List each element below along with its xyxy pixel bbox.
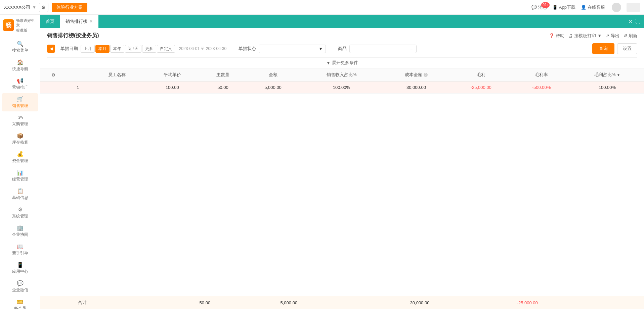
service-icon: 👤 — [581, 5, 586, 10]
footer-table: 合计 50.00 5,000.00 30,000.00 -25,000.00 — [40, 296, 644, 309]
online-service-btn[interactable]: 👤 在线客服 — [581, 4, 605, 10]
message-btn[interactable]: 💬 消息 99+ — [531, 4, 547, 10]
user-avatar[interactable] — [612, 3, 621, 12]
trial-industry-btn[interactable]: 体验行业方案 — [52, 3, 87, 12]
sidebar-label-inventory: 库存核算 — [12, 140, 28, 145]
footer-amount: 5,000.00 — [241, 296, 337, 309]
date-range-text: 2023-06-01 至 2023-06-30 — [179, 46, 226, 52]
sidebar-item-search[interactable]: 🔍搜索菜单 — [2, 38, 38, 56]
sidebar-item-member[interactable]: 🎫畅会员 — [2, 296, 38, 309]
sidebar-label-wechat: 企业微信 — [12, 287, 28, 293]
expand-down-icon: ▼ — [326, 60, 331, 65]
sidebar-icon-marketing-promo: 📢 — [17, 78, 24, 84]
tab-close-btn[interactable]: ✕ — [628, 18, 633, 25]
refresh-btn[interactable]: ↺ 刷新 — [624, 33, 637, 39]
filter-area: ◀ 单据日期 上月 本月 本年 近7天 更多 自定义 2023- — [47, 43, 637, 58]
th-avg-price: 平均单价 — [144, 68, 200, 82]
table-header-row: ⚙ 员工名称 平均单价 主数量 全额 销售收入占比% 成本全额 ? 毛利 毛利率… — [40, 68, 644, 82]
date-current-month-btn[interactable]: 本月 — [95, 45, 110, 53]
sidebar-label-marketing-promo: 营销推广 — [12, 85, 28, 90]
sidebar-label-system: 系统管理 — [12, 213, 28, 219]
print-dropdown-icon: ▼ — [597, 33, 602, 38]
print-btn[interactable]: 🖨 按模板打印 ▼ — [568, 33, 602, 39]
sidebar-label-finance: 资金管理 — [12, 158, 28, 164]
sidebar-nav: 🔍搜索菜单🏠快捷导航📢营销推广🛒销售管理🛍采购管理📦库存核算💰资金管理📊经营管理… — [0, 36, 40, 309]
th-settings[interactable]: ⚙ — [40, 68, 67, 82]
help-btn[interactable]: ❓ 帮助 — [549, 33, 564, 39]
date-custom-btn[interactable]: 自定义 — [157, 45, 175, 53]
sidebar-icon-shortcut: 🏠 — [17, 59, 24, 65]
date-current-year-btn[interactable]: 本年 — [110, 45, 124, 53]
footer-sales-pct — [337, 296, 367, 309]
sidebar-item-wechat[interactable]: 💬企业微信 — [2, 277, 38, 296]
sidebar-icon-enterprise: 🏢 — [17, 225, 24, 231]
sidebar-item-purchase[interactable]: 🛍采购管理 — [2, 112, 38, 130]
sidebar-item-app-center[interactable]: 📱应用中心 — [2, 259, 38, 277]
table-footer: 合计 50.00 5,000.00 30,000.00 -25,000.00 — [40, 296, 644, 309]
sidebar-icon-app-center: 📱 — [17, 262, 24, 268]
top-bar-right: 💬 消息 99+ 📱 App下载 👤 在线客服 — [531, 3, 640, 12]
sidebar-icon-search: 🔍 — [17, 41, 24, 47]
sidebar-item-shortcut[interactable]: 🏠快捷导航 — [2, 56, 38, 74]
sidebar-icon-finance: 💰 — [17, 151, 24, 157]
sidebar-icon-basic-info: 📋 — [17, 188, 24, 194]
sidebar-item-operation[interactable]: 📊经营管理 — [2, 167, 38, 185]
message-icon: 💬 — [531, 5, 537, 10]
query-btn[interactable]: 查询 — [592, 43, 614, 54]
sidebar-logo: 畅 畅康通好生意 标准版 — [0, 15, 40, 36]
goods-select[interactable]: … — [349, 45, 417, 53]
company-selector[interactable]: XXXXXX公司 ▼ — [4, 4, 36, 10]
page-settings-btn[interactable]: 设置 — [617, 43, 637, 54]
table-section: ⚙ 员工名称 平均单价 主数量 全额 销售收入占比% 成本全额 ? 毛利 毛利率… — [40, 68, 644, 309]
sidebar-label-operation: 经营管理 — [12, 176, 28, 182]
sidebar-item-finance[interactable]: 💰资金管理 — [2, 148, 38, 166]
date-7days-btn[interactable]: 近7天 — [125, 45, 141, 53]
sidebar-icon-system: ⚙ — [18, 206, 23, 213]
sidebar-item-inventory[interactable]: 📦库存核算 — [2, 130, 38, 148]
sidebar-item-marketing-promo[interactable]: 📢营销推广 — [2, 75, 38, 93]
expand-row: ▼ 展开更多条件 — [47, 58, 637, 68]
th-qty: 主数量 — [200, 68, 246, 82]
tab-close-icon[interactable]: ✕ — [89, 19, 93, 24]
footer-qty: 50.00 — [169, 296, 241, 309]
goods-more-icon: … — [409, 46, 414, 51]
expand-conditions-btn[interactable]: ▼ 展开更多条件 — [326, 60, 358, 66]
goods-filter-group: 商品 … — [338, 45, 417, 53]
app-download-btn[interactable]: 📱 App下载 — [552, 4, 575, 10]
sidebar-item-basic-info[interactable]: 📋基础信息 — [2, 185, 38, 203]
settings-gear-btn[interactable]: ⚙ — [39, 3, 48, 12]
tab-home[interactable]: 首页 — [40, 15, 60, 28]
tab-home-label: 首页 — [46, 18, 54, 24]
td-amount-0: 5,000.00 — [246, 82, 300, 94]
sidebar-item-guide[interactable]: 📖新手引导 — [2, 241, 38, 259]
status-filter-label: 单据状态 — [239, 46, 256, 52]
sidebar-icon-member: 🎫 — [17, 299, 24, 305]
date-prev-month-btn[interactable]: 上月 — [81, 45, 95, 53]
tab-sales-rank[interactable]: 销售排行榜 ✕ — [60, 15, 98, 28]
td-cost-0: 30,000.00 — [383, 82, 450, 94]
th-sales-pct: 销售收入占比% — [300, 68, 383, 82]
page-title-row: 销售排行榜(按业务员) ❓ 帮助 🖨 按模板打印 ▼ ↗ — [47, 32, 637, 39]
sidebar-icon-inventory: 📦 — [17, 133, 24, 139]
footer-row: 合计 50.00 5,000.00 30,000.00 -25,000.00 — [40, 296, 644, 309]
sidebar-label-enterprise: 企业协同 — [12, 232, 28, 238]
user-name-area — [627, 3, 640, 12]
tab-sales-rank-label: 销售排行榜 — [66, 18, 87, 24]
tab-fullscreen-btn[interactable]: ⛶ — [635, 18, 641, 24]
td-avg-price-0: 100.00 — [144, 82, 200, 94]
td-gross-rate-0: -500.00% — [512, 82, 570, 94]
collapse-filter-btn[interactable]: ◀ — [47, 45, 55, 53]
status-select[interactable]: ▼ — [259, 45, 326, 53]
sidebar: 畅 畅康通好生意 标准版 🔍搜索菜单🏠快捷导航📢营销推广🛒销售管理🛍采购管理📦库… — [0, 15, 40, 309]
page-title: 销售排行榜(按业务员) — [47, 32, 99, 39]
help-icon: ❓ — [549, 33, 554, 38]
expand-label: 展开更多条件 — [332, 60, 358, 66]
td-name-0 — [89, 82, 145, 94]
sidebar-item-enterprise[interactable]: 🏢企业协同 — [2, 222, 38, 240]
footer-total-label: 合计 — [74, 296, 138, 309]
export-btn[interactable]: ↗ 导出 — [606, 33, 619, 39]
date-more-btn[interactable]: 更多 — [142, 45, 156, 53]
sidebar-icon-purchase: 🛍 — [17, 114, 23, 120]
sidebar-item-system[interactable]: ⚙系统管理 — [2, 204, 38, 222]
sidebar-item-sales[interactable]: 🛒销售管理 — [2, 93, 38, 111]
